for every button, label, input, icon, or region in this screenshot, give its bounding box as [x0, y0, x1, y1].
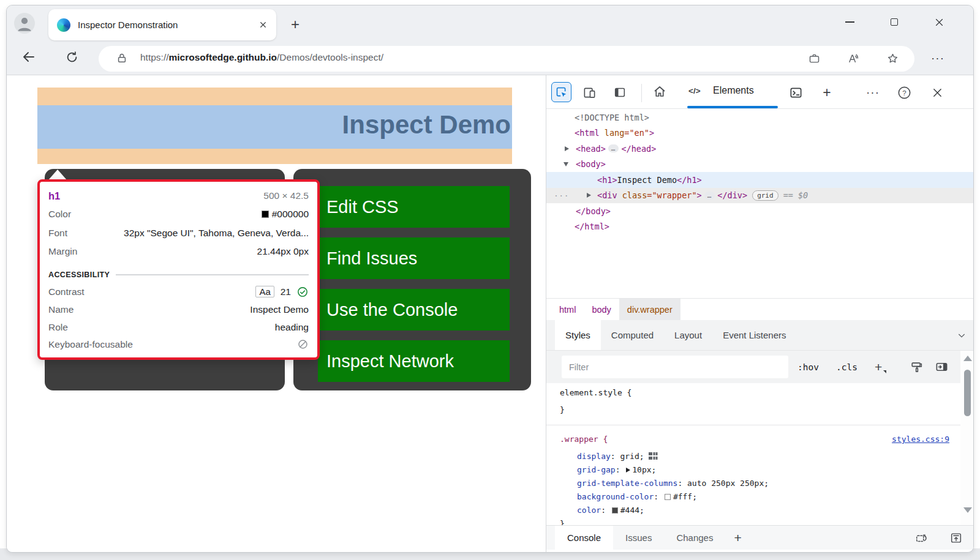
breadcrumb-html[interactable]: html — [551, 299, 584, 320]
inspect-element-tool-button[interactable] — [551, 82, 571, 102]
browser-tab[interactable]: Inspector Demonstration — [48, 9, 276, 40]
tab-computed[interactable]: Computed — [601, 320, 664, 350]
dom-head-row[interactable]: <head>…</head> — [546, 141, 974, 157]
styles-scrollbar — [960, 351, 974, 525]
read-aloud-icon[interactable] — [847, 52, 860, 65]
drawer-tab-bar: Console Issues Changes + — [546, 525, 974, 550]
tab-layout[interactable]: Layout — [664, 320, 712, 350]
profile-avatar[interactable] — [14, 13, 35, 34]
tab-changes[interactable]: Changes — [664, 526, 725, 550]
element-style-close: } — [560, 405, 565, 414]
tab-issues[interactable]: Issues — [613, 526, 664, 550]
find-issues-button[interactable]: Find Issues — [318, 237, 510, 279]
not-focusable-icon — [297, 338, 309, 350]
css-prop-grid-template-columns[interactable]: grid-template-columns: auto 250px 250px; — [577, 479, 769, 488]
css-prop-color[interactable]: color: #444; — [577, 506, 644, 515]
dom-h1-row-selected[interactable]: <h1>Inspect Demo</h1> — [546, 172, 974, 188]
expand-drawer-icon[interactable] — [948, 530, 964, 546]
grid-editor-badge-icon[interactable] — [648, 452, 658, 460]
h1-content-highlight: Inspect Demo — [37, 105, 512, 149]
page-content: Inspect Demo Edit CSS Find Issues Use th… — [7, 75, 546, 553]
home-welcome-button[interactable] — [652, 84, 668, 100]
css-prop-background-color[interactable]: background-color: #fff; — [577, 492, 697, 501]
tooltip-font-label: Font — [48, 228, 67, 239]
expand-arrow-icon[interactable] — [565, 146, 569, 151]
tab-elements[interactable]: Elements — [713, 85, 754, 96]
new-tab-button[interactable]: + — [286, 15, 304, 34]
name-label: Name — [48, 304, 74, 315]
scrollbar-thumb[interactable] — [964, 370, 971, 416]
dom-body-open-row[interactable]: <body> — [546, 157, 974, 173]
tooltip-tag: h1 — [48, 190, 60, 202]
more-tabs-chevron-icon[interactable] — [957, 320, 967, 350]
scroll-up-arrow[interactable] — [963, 356, 972, 361]
dom-html-close-row[interactable]: </html> — [546, 219, 974, 235]
head-ellipsis-expander[interactable]: … — [608, 144, 619, 152]
div-ellipsis-expander[interactable]: … — [704, 192, 715, 200]
favorite-star-icon[interactable] — [886, 52, 899, 65]
edge-logo-icon — [57, 18, 70, 32]
window-minimize-button[interactable] — [840, 13, 859, 31]
dom-more-actions[interactable]: ··· — [554, 191, 569, 200]
styles-tab-bar: Styles Computed Layout Event Listeners — [546, 320, 974, 351]
section-divider — [116, 274, 309, 275]
add-drawer-tab-button[interactable]: + — [725, 526, 750, 550]
wrapper-rule-close: } — [560, 519, 565, 525]
rendering-emulation-icon[interactable] — [910, 351, 924, 383]
dock-side-button[interactable] — [612, 85, 627, 100]
settings-more-button[interactable]: ··· — [929, 49, 947, 67]
h1-margin-highlight-bottom — [37, 149, 512, 164]
new-style-rule-button[interactable]: + — [875, 351, 882, 383]
page-heading: Inspect Demo — [342, 110, 511, 140]
dom-body-close-row[interactable]: </body> — [546, 203, 974, 219]
inspect-network-button[interactable]: Inspect Network — [318, 340, 510, 382]
window-maximize-button[interactable] — [885, 13, 903, 31]
tooltip-font-value: 32px "Segoe UI", Tahoma, Geneva, Verda..… — [124, 228, 309, 239]
refresh-button[interactable] — [62, 47, 81, 67]
tab-styles[interactable]: Styles — [555, 320, 601, 350]
dom-doctype-row[interactable]: <!DOCTYPE html> — [546, 110, 974, 125]
back-button[interactable] — [19, 47, 39, 67]
lock-icon[interactable] — [116, 52, 128, 64]
css-prop-display[interactable]: display: grid; — [577, 452, 658, 461]
styles-filter-input[interactable] — [562, 356, 788, 378]
breadcrumb-div-wrapper[interactable]: div.wrapper — [619, 299, 680, 320]
dom-html-open-row[interactable]: <html lang="en"> — [546, 125, 974, 141]
grid-overlay-badge[interactable]: grid — [752, 190, 778, 201]
tab-close-icon[interactable] — [257, 19, 269, 31]
edit-css-button[interactable]: Edit CSS — [318, 186, 510, 228]
color-swatch[interactable] — [665, 494, 671, 500]
collapse-arrow-icon[interactable] — [564, 162, 568, 166]
add-tab-button[interactable]: + — [818, 83, 836, 102]
use-the-console-button[interactable]: Use the Console — [318, 289, 510, 330]
devtools-close-button[interactable] — [929, 84, 946, 101]
collections-icon[interactable] — [808, 52, 821, 65]
svg-text:?: ? — [902, 89, 906, 96]
stylesheet-source-link[interactable]: styles.css:9 — [892, 435, 949, 444]
breadcrumb-body[interactable]: body — [584, 299, 619, 320]
tab-console[interactable]: Console — [555, 526, 613, 550]
expand-longhand-icon[interactable] — [626, 468, 630, 472]
focus-page-icon[interactable] — [914, 530, 930, 546]
scroll-down-arrow[interactable] — [963, 507, 972, 513]
devtools-more-button[interactable]: ··· — [864, 83, 882, 102]
help-button[interactable]: ? — [895, 84, 913, 101]
window-close-button[interactable] — [930, 13, 948, 31]
device-emulation-button[interactable] — [582, 85, 597, 100]
console-drawer-button[interactable] — [788, 84, 804, 100]
address-bar[interactable]: https://microsoftedge.github.io/Demos/de… — [99, 46, 914, 72]
element-style-rule[interactable]: element.style { — [560, 388, 631, 397]
computed-sidebar-toggle-icon[interactable] — [935, 351, 949, 383]
toggle-hover-state[interactable]: :hov — [797, 351, 819, 383]
expand-arrow-icon[interactable] — [587, 193, 591, 198]
dom-breadcrumb: html body div.wrapper — [546, 298, 974, 320]
color-swatch[interactable] — [612, 507, 618, 513]
wrapper-rule-selector[interactable]: .wrapper { — [560, 435, 608, 444]
styles-filter-bar: :hov .cls + — [546, 351, 960, 383]
toggle-element-classes[interactable]: .cls — [836, 351, 858, 383]
dom-div-wrapper-row[interactable]: ···<div class="wrapper">…</div>grid==$0 — [546, 188, 974, 204]
url-text: https://microsoftedge.github.io/Demos/de… — [140, 52, 383, 63]
css-prop-grid-gap[interactable]: grid-gap: 10px; — [577, 465, 656, 474]
dropdown-caret-icon — [883, 370, 886, 373]
tab-event-listeners[interactable]: Event Listeners — [712, 320, 796, 350]
